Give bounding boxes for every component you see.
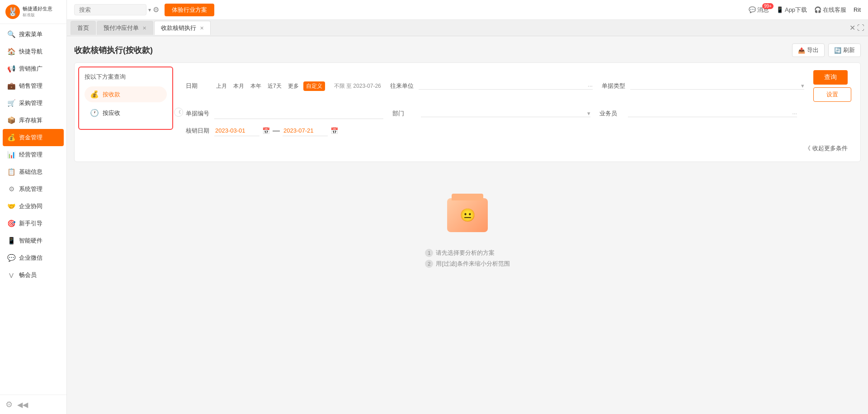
form-row-3: 核销日期 📅 — 📅	[186, 125, 851, 136]
tab-label-1: 预付冲应付单	[104, 24, 139, 32]
nav-icon-14: V	[7, 271, 15, 279]
setting-button[interactable]: 设置	[813, 87, 851, 102]
solution-button[interactable]: 体验行业方案	[165, 4, 214, 16]
service-button[interactable]: 🎧 在线客服	[814, 6, 846, 14]
export-icon: 📤	[798, 47, 805, 54]
expand-tab-button[interactable]: ⛶	[857, 24, 864, 32]
search-form: 日期 上月 本月 本年 近7天 更多 自定义 不限 至 2023-07-26	[177, 63, 860, 162]
date-field: 日期 上月 本月 本年 近7天 更多 自定义	[186, 81, 325, 91]
tab-2[interactable]: 收款核销执行✕	[154, 21, 211, 35]
verify-date-field: 核销日期 📅 — 📅	[186, 125, 338, 136]
sidebar-item-10[interactable]: 🤝企业协同	[0, 198, 66, 215]
sidebar-item-2[interactable]: 📢营销推广	[0, 60, 66, 77]
settings-icon[interactable]: ⚙	[5, 400, 13, 409]
staff-select-wrapper: ···	[628, 110, 797, 117]
sidebar-item-12[interactable]: 📱智能硬件	[0, 232, 66, 249]
nav-icon-5: 📦	[7, 116, 15, 124]
empty-hint-2: 2 用[过滤]条件来缩小分析范围	[425, 260, 509, 268]
sidebar-item-6[interactable]: 💰资金管理	[3, 129, 64, 146]
partner-label: 往来单位	[390, 82, 415, 90]
empty-state: 😐 1 请先选择要分析的方案 2 用[过滤]条件来缩小分析范围	[74, 162, 861, 304]
hint-num-1: 1	[425, 249, 433, 257]
message-icon: 💬	[749, 6, 756, 13]
sidebar-item-0[interactable]: 🔍搜索菜单	[0, 26, 66, 43]
sidebar-item-8[interactable]: 📋基础信息	[0, 163, 66, 181]
sidebar-item-1[interactable]: 🏠快捷导航	[0, 43, 66, 60]
dept-input[interactable]	[421, 110, 585, 117]
service-icon: 🎧	[814, 6, 821, 13]
sidebar-item-3[interactable]: 💼销售管理	[0, 77, 66, 95]
date-last-month[interactable]: 上月	[214, 81, 229, 91]
sidebar-item-9[interactable]: ⚙系统管理	[0, 181, 66, 198]
user-profile[interactable]: Rit	[854, 6, 861, 13]
tab-1[interactable]: 预付冲应付单✕	[97, 21, 153, 35]
staff-more-icon[interactable]: ···	[792, 110, 797, 117]
page-header: 收款核销执行(按收款) 📤 导出 🔄 刷新	[74, 43, 861, 57]
nav-icon-3: 💼	[7, 82, 15, 90]
sidebar-item-14[interactable]: V畅会员	[0, 266, 66, 284]
doc-no-input[interactable]	[214, 108, 383, 119]
verify-date-to-calendar-icon[interactable]: 📅	[330, 127, 338, 134]
logo-text-block: 畅捷通好生意 标准版	[23, 5, 52, 18]
dept-field: 部门 ▾	[392, 109, 590, 118]
partner-more-icon[interactable]: ···	[588, 82, 593, 89]
verify-date-from-calendar-icon[interactable]: 📅	[262, 127, 270, 134]
topbar-search-area: ▾ ⚙	[74, 4, 159, 15]
filter-sidebar-wrapper: 按以下方案查询 💰 按收款 🕐 按应收 《	[75, 63, 177, 162]
export-button[interactable]: 📤 导出	[792, 43, 825, 57]
sidebar-item-5[interactable]: 📦库存核算	[0, 112, 66, 129]
tab-0[interactable]: 首页	[71, 21, 96, 35]
message-button[interactable]: 💬 消息 99+	[749, 6, 769, 14]
doc-type-dropdown-icon[interactable]: ▾	[801, 82, 804, 89]
nav-icon-11: 🎯	[7, 219, 15, 228]
collapse-more-button[interactable]: 《 收起更多条件	[801, 143, 851, 154]
sidebar-item-11[interactable]: 🎯新手引导	[0, 215, 66, 232]
tab-label-2: 收款核销执行	[161, 24, 196, 32]
search-chevron-icon[interactable]: ▾	[148, 7, 151, 13]
tabbar-actions: ✕ ⛶	[849, 24, 864, 32]
topbar: ▾ ⚙ 体验行业方案 💬 消息 99+ 📱 App下载 🎧 在线客服 Rit	[67, 0, 868, 20]
staff-field: 业务员 ···	[599, 109, 797, 118]
date-shortcuts: 上月 本月 本年 近7天 更多 自定义	[214, 81, 325, 91]
filter-item-by-receipt[interactable]: 💰 按收款	[85, 86, 167, 102]
date-7days[interactable]: 近7天	[266, 81, 283, 91]
tab-close-2[interactable]: ✕	[200, 25, 204, 31]
tab-close-1[interactable]: ✕	[142, 25, 146, 31]
nav-icon-9: ⚙	[7, 185, 15, 193]
dept-label: 部门	[392, 109, 417, 118]
filter-item-by-receivable[interactable]: 🕐 按应收	[85, 105, 167, 121]
sidebar-logo: 🐰 畅捷通好生意 标准版	[0, 0, 66, 24]
sidebar-item-7[interactable]: 📊经营管理	[0, 146, 66, 163]
export-label: 导出	[807, 46, 819, 54]
doc-type-select-wrapper: ▾	[630, 82, 804, 90]
collapse-sidebar-icon[interactable]: ◀◀	[17, 400, 28, 409]
dept-dropdown-icon[interactable]: ▾	[587, 110, 590, 117]
app-download-button[interactable]: 📱 App下载	[776, 6, 807, 14]
verify-date-from-input[interactable]	[214, 125, 259, 136]
query-panel: 按以下方案查询 💰 按收款 🕐 按应收 《 日期	[74, 62, 861, 162]
nav-icon-10: 🤝	[7, 202, 15, 210]
collapse-icon: 《	[805, 144, 811, 152]
date-custom[interactable]: 自定义	[303, 81, 325, 91]
dept-select-wrapper: ▾	[421, 110, 590, 117]
filter-receipt-label: 按收款	[103, 90, 120, 99]
sidebar-item-4[interactable]: 🛒采购管理	[0, 95, 66, 112]
partner-input[interactable]	[419, 82, 586, 89]
doc-type-input[interactable]	[630, 82, 799, 89]
staff-input[interactable]	[628, 110, 790, 117]
date-this-year[interactable]: 本年	[249, 81, 263, 91]
topbar-gear-icon[interactable]: ⚙	[153, 5, 159, 14]
close-tab-button[interactable]: ✕	[849, 24, 855, 32]
date-more[interactable]: 更多	[286, 81, 301, 91]
search-input[interactable]	[74, 4, 146, 15]
filter-receivable-icon: 🕐	[90, 109, 99, 117]
verify-date-to-input[interactable]	[283, 125, 328, 136]
query-button[interactable]: 查询	[813, 70, 848, 85]
main-content: ▾ ⚙ 体验行业方案 💬 消息 99+ 📱 App下载 🎧 在线客服 Rit 首…	[67, 0, 868, 414]
refresh-button[interactable]: 🔄 刷新	[828, 43, 861, 57]
doc-no-field: 单据编号	[186, 108, 383, 119]
date-this-month[interactable]: 本月	[231, 81, 246, 91]
collapse-filter-button[interactable]: 《	[174, 108, 183, 117]
service-label: 在线客服	[823, 6, 846, 14]
sidebar-item-13[interactable]: 💬企业微信	[0, 249, 66, 266]
